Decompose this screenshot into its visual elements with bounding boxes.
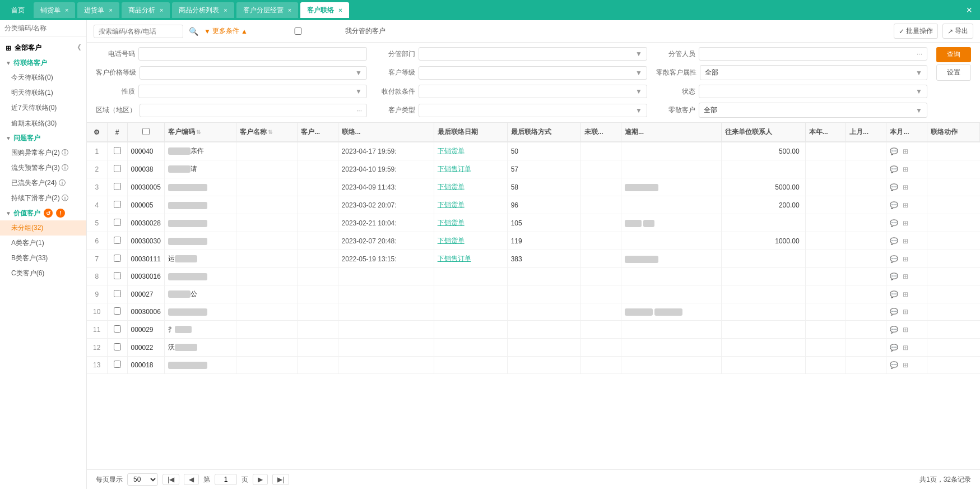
row-checkbox[interactable]	[114, 325, 121, 333]
row-check[interactable]	[107, 339, 127, 357]
row-checkbox[interactable]	[114, 290, 121, 297]
query-button[interactable]: 查询	[936, 47, 971, 62]
row-checkbox[interactable]	[114, 147, 121, 154]
more-actions-icon[interactable]: ⊞	[903, 344, 908, 352]
tab-customer-contact[interactable]: 客户联络 ×	[300, 2, 349, 18]
phone-input[interactable]	[138, 47, 367, 61]
person-more-icon[interactable]: ···	[917, 50, 922, 58]
sidebar-item-today-waiting[interactable]: 今天待联络(0)	[0, 70, 86, 85]
sidebar-item-overdue-waiting[interactable]: 逾期未联络(30)	[0, 116, 86, 131]
tab-customer-contact-close[interactable]: ×	[338, 7, 342, 13]
chat-icon[interactable]: 💬	[890, 237, 898, 245]
row-checkbox[interactable]	[114, 183, 121, 190]
section-problem-customers[interactable]: ▼ 问题客户	[0, 131, 86, 145]
settings-gear-icon[interactable]: ⚙	[94, 128, 100, 136]
more-actions-icon[interactable]: ⊞	[903, 237, 908, 245]
chat-icon[interactable]: 💬	[890, 326, 898, 334]
tab-product-analysis-list[interactable]: 商品分析列表 ×	[172, 2, 234, 18]
page-input[interactable]	[215, 474, 237, 485]
section-value-customers[interactable]: ▼ 价值客户 ↺ !	[0, 206, 86, 220]
sidebar-item-tomorrow-waiting[interactable]: 明天待联络(1)	[0, 85, 86, 100]
row-checkbox[interactable]	[114, 272, 121, 279]
more-actions-icon[interactable]: ⊞	[903, 165, 908, 173]
dept-select[interactable]: ▼	[419, 47, 647, 61]
th-settings[interactable]: ⚙	[87, 123, 107, 142]
category-search-input[interactable]	[4, 24, 87, 32]
sidebar-item-c-class[interactable]: C类客户(6)	[0, 266, 86, 281]
retail-attr-select[interactable]: 全部 ▼	[700, 65, 927, 80]
sidebar-item-b-class[interactable]: B类客户(33)	[0, 251, 86, 266]
sidebar-item-a-class[interactable]: A类客户(1)	[0, 236, 86, 251]
first-page-button[interactable]: |◀	[162, 474, 179, 485]
next-page-button[interactable]: ▶	[253, 474, 268, 485]
retail-customer-select[interactable]: 全部 ▼	[699, 103, 927, 118]
more-actions-icon[interactable]: ⊞	[903, 219, 908, 227]
last-contact-way-link[interactable]: 下销售订单	[438, 255, 471, 262]
more-actions-icon[interactable]: ⊞	[903, 308, 908, 316]
row-check[interactable]	[107, 214, 127, 232]
tab-home[interactable]: 首页	[4, 2, 31, 18]
per-page-select[interactable]: 50 20 100	[127, 473, 158, 486]
search-button-icon[interactable]: 🔍	[189, 27, 198, 36]
row-check[interactable]	[107, 357, 127, 374]
last-contact-way-link[interactable]: 下销货单	[438, 237, 465, 245]
reset-button[interactable]: 设置	[936, 64, 971, 81]
row-checkbox[interactable]	[114, 343, 121, 350]
select-all-checkbox[interactable]	[142, 128, 150, 135]
sidebar-item-7days-waiting[interactable]: 近7天待联络(0)	[0, 100, 86, 116]
customer-type-select[interactable]: ▼	[419, 104, 647, 117]
tab-sales-close[interactable]: ×	[65, 7, 68, 13]
row-check[interactable]	[107, 160, 127, 178]
row-checkbox[interactable]	[114, 255, 121, 262]
last-page-button[interactable]: ▶|	[272, 474, 289, 485]
status-select[interactable]: ▼	[699, 85, 927, 98]
sidebar-collapse-button[interactable]: 《	[74, 43, 81, 53]
row-check[interactable]	[107, 232, 127, 250]
more-actions-icon[interactable]: ⊞	[903, 183, 908, 191]
last-contact-way-link[interactable]: 下销货单	[438, 147, 465, 155]
row-checkbox[interactable]	[114, 201, 121, 208]
tab-product-analysis[interactable]: 商品分析 ×	[122, 2, 170, 18]
row-checkbox[interactable]	[114, 237, 121, 244]
export-button[interactable]: ↗ 导出	[942, 24, 973, 39]
row-check[interactable]	[107, 196, 127, 214]
region-more-icon[interactable]: ···	[356, 107, 362, 114]
sidebar-item-churned[interactable]: 已流失客户(24) ⓘ	[0, 176, 86, 191]
tab-customer-segment-close[interactable]: ×	[288, 7, 291, 13]
tab-product-analysis-close[interactable]: ×	[160, 7, 163, 13]
chat-icon[interactable]: 💬	[890, 308, 898, 316]
customer-level-select[interactable]: ▼	[419, 66, 647, 80]
last-contact-way-link[interactable]: 下销货单	[438, 219, 465, 227]
last-contact-way-link[interactable]: 下销货单	[438, 201, 465, 209]
window-close-button[interactable]: ×	[963, 4, 976, 16]
tab-customer-segment[interactable]: 客户分层经营 ×	[236, 2, 298, 18]
row-check[interactable]	[107, 250, 127, 268]
chat-icon[interactable]: 💬	[890, 344, 898, 352]
section-waiting-contact[interactable]: ▼ 待联络客户	[0, 56, 86, 70]
last-contact-way-link[interactable]: 下销售订单	[438, 165, 471, 173]
row-checkbox[interactable]	[114, 165, 121, 172]
more-actions-icon[interactable]: ⊞	[903, 290, 908, 298]
more-conditions-button[interactable]: ▼ 更多条件 ▲	[204, 26, 248, 36]
chat-icon[interactable]: 💬	[890, 273, 898, 280]
tab-sales[interactable]: 销货单 ×	[34, 2, 75, 18]
row-checkbox[interactable]	[114, 219, 121, 226]
chat-icon[interactable]: 💬	[890, 147, 898, 155]
chat-icon[interactable]: 💬	[890, 361, 898, 369]
price-level-select[interactable]: ▼	[140, 66, 367, 80]
row-check[interactable]	[107, 285, 127, 303]
prev-page-button[interactable]: ◀	[184, 474, 199, 485]
tab-purchase-close[interactable]: ×	[109, 7, 112, 13]
search-input[interactable]	[94, 25, 183, 38]
row-check[interactable]	[107, 178, 127, 196]
more-actions-icon[interactable]: ⊞	[903, 361, 908, 369]
row-check[interactable]	[107, 142, 127, 160]
last-contact-way-link[interactable]: 下销货单	[438, 183, 465, 191]
row-checkbox[interactable]	[114, 361, 121, 368]
more-actions-icon[interactable]: ⊞	[903, 273, 908, 280]
tab-purchase[interactable]: 进货单 ×	[77, 2, 119, 18]
nature-select[interactable]: ▼	[138, 85, 367, 98]
batch-operation-button[interactable]: ✓ 批量操作	[894, 24, 938, 39]
more-actions-icon[interactable]: ⊞	[903, 201, 908, 209]
more-actions-icon[interactable]: ⊞	[903, 255, 908, 263]
